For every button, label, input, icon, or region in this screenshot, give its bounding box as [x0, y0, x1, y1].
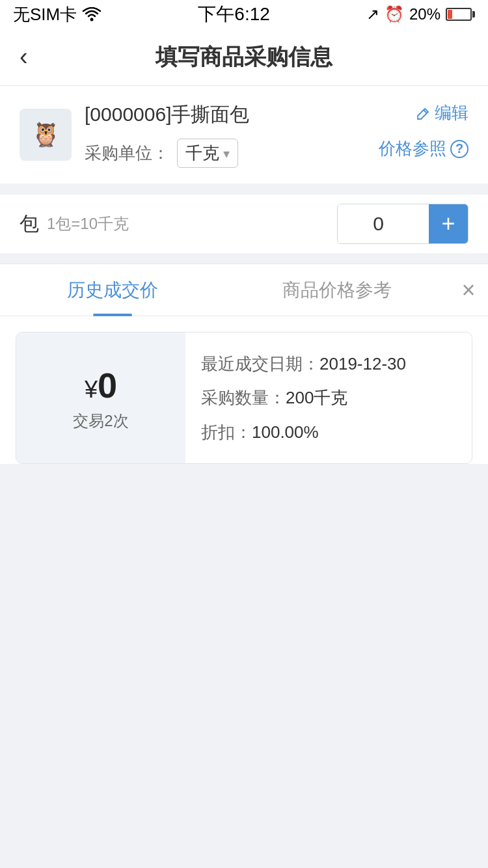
edit-icon — [416, 106, 431, 120]
product-thumbnail: 🦉 — [20, 109, 72, 161]
back-button[interactable]: ‹ — [20, 43, 28, 71]
quantity-section: 包 1包=10千克 + — [0, 194, 488, 253]
edit-label: 编辑 — [435, 102, 468, 124]
product-card: 🦉 [0000006]手撕面包 采购单位： 千克 ▾ 编辑 — [0, 86, 488, 183]
page-title: 填写商品采购信息 — [156, 42, 332, 72]
product-unit-row: 采购单位： 千克 ▾ — [85, 139, 249, 168]
price-ref-button[interactable]: 价格参照 ? — [379, 137, 468, 160]
price-number: 0 — [98, 366, 117, 405]
info-icon: ? — [450, 140, 468, 158]
status-time: 下午6:12 — [198, 2, 270, 27]
status-left: 无SIM卡 — [13, 3, 102, 26]
tabs-close-button[interactable]: × — [449, 277, 488, 304]
quantity-conversion: 1包=10千克 — [47, 213, 129, 234]
battery-percent: 20% — [409, 5, 441, 23]
discount-value: 100.00% — [252, 422, 319, 442]
tabs-container: 历史成交价 商品价格参考 × ¥0 交易2次 最近成交日期：2019-12-30… — [0, 264, 488, 464]
tabs-header: 历史成交价 商品价格参考 × — [0, 264, 488, 316]
unit-value: 千克 — [185, 142, 219, 165]
quantity-plus-button[interactable]: + — [429, 204, 468, 243]
chevron-down-icon: ▾ — [223, 146, 230, 161]
status-bar: 无SIM卡 下午6:12 ↗ ⏰ 20% — [0, 0, 488, 29]
purchase-qty-row: 采购数量：200千克 — [201, 386, 456, 409]
signal-text: 无SIM卡 — [13, 3, 77, 26]
price-card-left: ¥0 交易2次 — [16, 332, 185, 463]
quantity-input[interactable] — [338, 204, 429, 243]
product-info: [0000006]手撕面包 采购单位： 千克 ▾ — [85, 102, 249, 168]
purchase-qty-value: 200千克 — [286, 388, 347, 407]
quantity-unit-info: 包 1包=10千克 — [20, 211, 129, 237]
quantity-input-group: + — [337, 204, 468, 244]
status-right: ↗ ⏰ 20% — [366, 5, 475, 23]
recent-date-label: 最近成交日期： — [201, 354, 319, 373]
tab-active-underline — [93, 314, 132, 316]
nav-bar: ‹ 填写商品采购信息 — [0, 29, 488, 86]
price-card: ¥0 交易2次 最近成交日期：2019-12-30 采购数量：200千克 折扣：… — [16, 332, 472, 464]
purchase-qty-label: 采购数量： — [201, 388, 286, 407]
tab-price-ref[interactable]: 商品价格参考 — [224, 264, 449, 316]
price-ref-label: 价格参照 — [379, 137, 446, 160]
quantity-unit-badge: 包 — [20, 211, 39, 237]
battery-icon — [446, 8, 475, 21]
wifi-icon — [82, 7, 102, 21]
trade-count: 交易2次 — [73, 411, 128, 431]
recent-date-value: 2019-12-30 — [319, 354, 406, 373]
tab-history-label: 历史成交价 — [67, 278, 158, 303]
recent-date-row: 最近成交日期：2019-12-30 — [201, 352, 456, 375]
price-card-right: 最近成交日期：2019-12-30 采购数量：200千克 折扣：100.00% — [185, 332, 472, 463]
discount-label: 折扣： — [201, 422, 252, 442]
edit-button[interactable]: 编辑 — [416, 102, 468, 124]
location-icon: ↗ — [366, 5, 379, 23]
unit-label: 采购单位： — [85, 142, 169, 165]
discount-row: 折扣：100.00% — [201, 420, 456, 444]
currency-symbol: ¥ — [85, 376, 98, 403]
price-value: ¥0 — [85, 365, 117, 405]
tab-price-ref-label: 商品价格参考 — [282, 278, 392, 303]
quantity-row: 包 1包=10千克 + — [20, 195, 468, 253]
tab-history-price[interactable]: 历史成交价 — [0, 264, 224, 316]
bottom-content — [0, 480, 488, 868]
svg-point-0 — [90, 18, 94, 21]
unit-select[interactable]: 千克 ▾ — [177, 139, 238, 168]
product-image-icon: 🦉 — [31, 121, 61, 148]
alarm-icon: ⏰ — [385, 5, 404, 23]
product-name: [0000006]手撕面包 — [85, 102, 249, 128]
